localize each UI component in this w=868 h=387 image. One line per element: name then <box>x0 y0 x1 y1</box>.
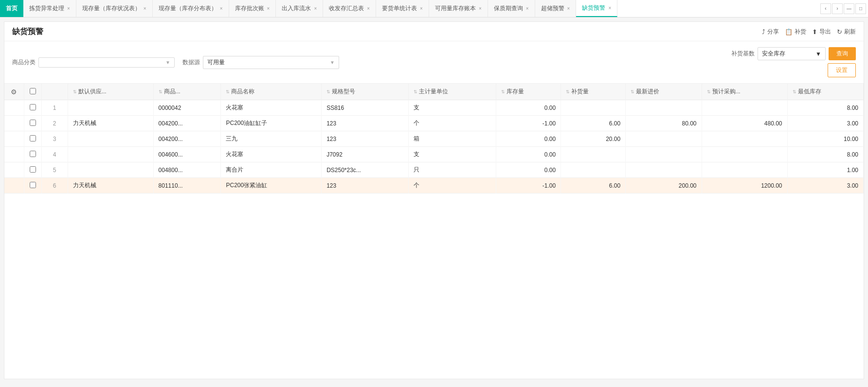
table-container: ⚙ ⇅ 默认供应... ⇅ 商 <box>4 84 864 194</box>
tab-item-in-out-flow[interactable]: 出入库流水× <box>276 0 323 17</box>
header-actions: ⤴ 分享 📋 补货 ⬆ 导出 ↻ 刷新 <box>762 28 856 36</box>
tab-close-in-out-flow[interactable]: × <box>314 6 317 11</box>
tab-close-exception[interactable]: × <box>67 6 70 11</box>
row-gear-cell <box>4 147 24 162</box>
sort-unit-icon[interactable]: ⇅ <box>414 89 417 94</box>
tab-maximize-button[interactable]: □ <box>855 3 866 14</box>
tab-minimize-button[interactable]: — <box>844 3 854 14</box>
row-checkbox-cell[interactable] <box>24 178 41 194</box>
tab-close-stock-dist[interactable]: × <box>220 6 223 11</box>
sort-code-icon[interactable]: ⇅ <box>159 89 163 94</box>
tab-item-stock-status[interactable]: 现存量（库存状况表）× <box>76 0 153 17</box>
tab-item-stock-dist[interactable]: 现存量（库存分布表）× <box>153 0 229 17</box>
tab-close-expiry-query[interactable]: × <box>526 6 529 11</box>
tab-item-receive-summary[interactable]: 收发存汇总表× <box>323 0 376 17</box>
row-spec: DS250*23c... <box>322 162 409 178</box>
row-spec: 123 <box>322 131 409 147</box>
row-number: 2 <box>41 116 68 131</box>
tab-close-batch-account[interactable]: × <box>267 6 270 11</box>
table-row[interactable]: 5 004800... 离合片 DS250*23c... 只 0.00 1.00 <box>4 162 864 178</box>
datasource-select[interactable]: 可用量 ▼ <box>203 56 339 69</box>
row-checkbox-4[interactable] <box>30 166 36 173</box>
tab-item-shortage-warning[interactable]: 缺货预警× <box>576 0 617 17</box>
tab-item-batch-account[interactable]: 库存批次账× <box>229 0 276 17</box>
sort-name-icon[interactable]: ⇅ <box>226 89 230 94</box>
th-checkbox <box>24 84 41 100</box>
page-title: 缺货预警 <box>12 27 43 37</box>
row-checkbox-cell[interactable] <box>24 131 41 147</box>
table-row[interactable]: 4 004600... 火花塞 J7092 支 0.00 8.00 <box>4 147 864 162</box>
table-row[interactable]: 2 力天机械 004200... PC200油缸缸子 123 个 -1.00 6… <box>4 116 864 131</box>
share-action[interactable]: ⤴ 分享 <box>762 28 779 36</box>
row-min-stock: 10.00 <box>787 131 863 147</box>
replenish-base-select[interactable]: 安全库存 ▼ <box>758 47 826 60</box>
export-icon: ⬆ <box>812 28 817 35</box>
tab-close-stock-status[interactable]: × <box>144 6 146 11</box>
row-checkbox-cell[interactable] <box>24 116 41 131</box>
sort-supplier-icon[interactable]: ⇅ <box>73 89 77 94</box>
tab-close-shortage-warning[interactable]: × <box>608 5 611 11</box>
tab-close-available-ledger[interactable]: × <box>479 6 482 11</box>
row-spec: 123 <box>322 116 409 131</box>
category-select[interactable]: ▼ <box>38 57 175 68</box>
tab-next-button[interactable]: › <box>832 3 843 14</box>
row-latest-price <box>626 131 702 147</box>
sort-stock-icon[interactable]: ⇅ <box>501 89 505 94</box>
row-stock-qty: 0.00 <box>496 131 561 147</box>
tab-item-home[interactable]: 首页 <box>0 0 23 17</box>
row-est-purchase: 1200.00 <box>702 178 787 194</box>
row-product-code: 801110... <box>153 178 221 194</box>
export-action[interactable]: ⬆ 导出 <box>812 28 831 36</box>
sort-est-icon[interactable]: ⇅ <box>707 89 711 94</box>
th-supplier: ⇅ 默认供应... <box>68 84 153 100</box>
gear-settings-icon[interactable]: ⚙ <box>11 88 17 96</box>
tab-close-order-stats[interactable]: × <box>420 6 423 11</box>
replenish-action[interactable]: 📋 补货 <box>785 28 806 36</box>
page-content: 缺货预警 ⤴ 分享 📋 补货 ⬆ 导出 ↻ 刷新 商品分类 <box>4 21 864 379</box>
tab-item-available-ledger[interactable]: 可用量库存账本× <box>429 0 488 17</box>
row-replenish-qty <box>561 162 626 178</box>
tab-item-exception[interactable]: 拣货异常处理× <box>23 0 76 17</box>
refresh-action[interactable]: ↻ 刷新 <box>837 28 856 36</box>
sort-min-icon[interactable]: ⇅ <box>793 89 796 94</box>
row-gear-cell <box>4 131 24 147</box>
row-latest-price <box>626 147 702 162</box>
sort-spec-icon[interactable]: ⇅ <box>326 89 330 94</box>
row-checkbox-2[interactable] <box>30 135 36 141</box>
table-row[interactable]: 1 0000042 火花塞 SS816 支 0.00 8.00 <box>4 100 864 116</box>
row-unit: 个 <box>409 178 496 194</box>
row-stock-qty: -1.00 <box>496 116 561 131</box>
settings-button[interactable]: 设置 <box>828 63 856 77</box>
row-checkbox-cell[interactable] <box>24 100 41 116</box>
tab-item-overstock-warning[interactable]: 超储预警× <box>535 0 577 17</box>
sort-price-icon[interactable]: ⇅ <box>631 89 634 94</box>
datasource-label: 数据源 <box>182 58 200 67</box>
th-product-code-label: 商品... <box>164 88 181 96</box>
row-checkbox-1[interactable] <box>30 120 36 126</box>
tab-close-overstock-warning[interactable]: × <box>567 6 570 11</box>
row-min-stock: 3.00 <box>787 178 863 194</box>
row-checkbox-3[interactable] <box>30 151 36 157</box>
row-checkbox-cell[interactable] <box>24 162 41 178</box>
row-checkbox-0[interactable] <box>30 104 36 110</box>
table-row[interactable]: 6 力天机械 801110... PC200张紧油缸 123 个 -1.00 6… <box>4 178 864 194</box>
tab-close-receive-summary[interactable]: × <box>367 6 370 11</box>
sort-replenish-icon[interactable]: ⇅ <box>566 89 570 94</box>
tab-item-expiry-query[interactable]: 保质期查询× <box>488 0 535 17</box>
query-button[interactable]: 查询 <box>829 47 856 60</box>
row-latest-price <box>626 100 702 116</box>
tab-item-order-stats[interactable]: 要货单统计表× <box>376 0 429 17</box>
row-stock-qty: 0.00 <box>496 100 561 116</box>
row-replenish-qty <box>561 100 626 116</box>
tab-prev-button[interactable]: ‹ <box>820 3 831 14</box>
th-latest-price-label: 最新进价 <box>636 88 659 96</box>
refresh-label: 刷新 <box>844 28 856 36</box>
th-est-purchase-label: 预计采购... <box>712 88 741 96</box>
row-checkbox-cell[interactable] <box>24 147 41 162</box>
row-unit: 支 <box>409 147 496 162</box>
th-replenish-qty: ⇅ 补货量 <box>561 84 626 100</box>
row-checkbox-5[interactable] <box>30 182 36 188</box>
select-all-checkbox[interactable] <box>30 88 36 94</box>
table-row[interactable]: 3 004200... 三九 123 箱 0.00 20.00 10.00 <box>4 131 864 147</box>
th-product-code: ⇅ 商品... <box>153 84 221 100</box>
